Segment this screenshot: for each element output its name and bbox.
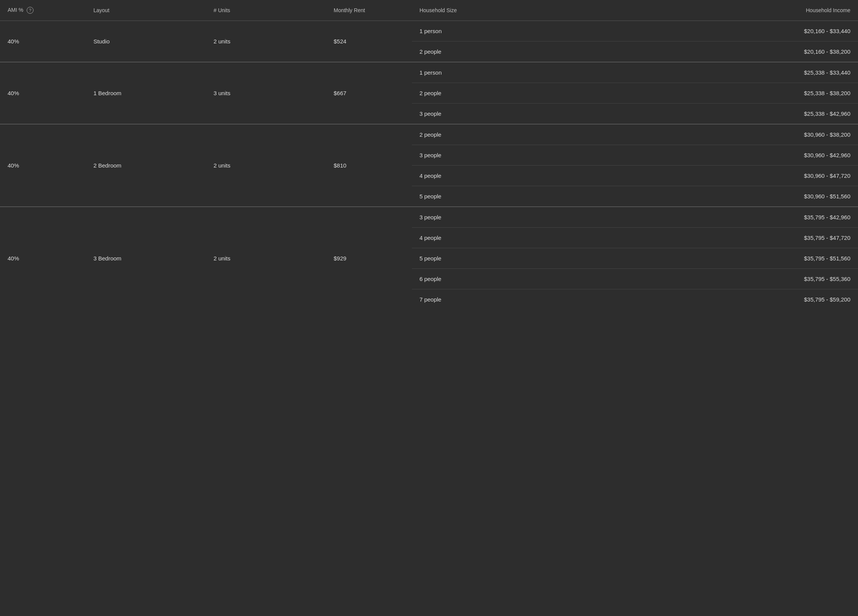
ami-cell: 40% [0,124,86,207]
col-header-rent: Monthly Rent [326,0,412,21]
rent-cell: $524 [326,21,412,62]
hh-income-cell: $35,795 - $42,960 [626,207,858,228]
hh-income-cell: $35,795 - $55,360 [626,269,858,289]
hh-income-cell: $35,795 - $47,720 [626,228,858,248]
table-row: 40%2 Bedroom2 units$8102 people$30,960 -… [0,124,858,145]
units-cell: 2 units [206,21,326,62]
table-container: AMI % ? Layout # Units Monthly Rent Hous… [0,0,858,310]
hh-income-cell: $25,338 - $42,960 [626,104,858,124]
layout-cell: Studio [86,21,206,62]
ami-cell: 40% [0,21,86,62]
col-header-ami: AMI % ? [0,0,86,21]
units-cell: 3 units [206,62,326,124]
ami-cell: 40% [0,207,86,310]
table-row: 40%3 Bedroom2 units$9293 people$35,795 -… [0,207,858,228]
hh-size-cell: 1 person [412,21,626,41]
hh-size-cell: 5 people [412,186,626,207]
hh-size-cell: 7 people [412,289,626,310]
table-row: 40%Studio2 units$5241 person$20,160 - $3… [0,21,858,41]
ami-header-label: AMI % [8,7,23,13]
hh-income-cell: $35,795 - $51,560 [626,248,858,269]
rent-cell: $810 [326,124,412,207]
hh-size-cell: 5 people [412,248,626,269]
hh-income-cell: $30,960 - $47,720 [626,166,858,186]
hh-income-cell: $35,795 - $59,200 [626,289,858,310]
ami-table: AMI % ? Layout # Units Monthly Rent Hous… [0,0,858,310]
hh-size-cell: 4 people [412,166,626,186]
layout-cell: 1 Bedroom [86,62,206,124]
hh-size-cell: 6 people [412,269,626,289]
units-cell: 2 units [206,124,326,207]
hh-income-cell: $30,960 - $42,960 [626,145,858,166]
hh-size-cell: 3 people [412,104,626,124]
hh-size-cell: 2 people [412,124,626,145]
table-row: 40%1 Bedroom3 units$6671 person$25,338 -… [0,62,858,83]
col-header-units: # Units [206,0,326,21]
layout-cell: 3 Bedroom [86,207,206,310]
col-header-layout: Layout [86,0,206,21]
hh-size-cell: 3 people [412,145,626,166]
hh-income-cell: $25,338 - $33,440 [626,62,858,83]
hh-income-cell: $25,338 - $38,200 [626,83,858,104]
table-header-row: AMI % ? Layout # Units Monthly Rent Hous… [0,0,858,21]
hh-income-cell: $20,160 - $38,200 [626,41,858,62]
col-header-hh-income: Household Income [626,0,858,21]
hh-income-cell: $30,960 - $51,560 [626,186,858,207]
hh-income-cell: $20,160 - $33,440 [626,21,858,41]
hh-size-cell: 4 people [412,228,626,248]
hh-size-cell: 2 people [412,41,626,62]
units-cell: 2 units [206,207,326,310]
rent-cell: $667 [326,62,412,124]
hh-size-cell: 2 people [412,83,626,104]
col-header-hh-size: Household Size [412,0,626,21]
rent-cell: $929 [326,207,412,310]
layout-cell: 2 Bedroom [86,124,206,207]
hh-size-cell: 1 person [412,62,626,83]
hh-size-cell: 3 people [412,207,626,228]
ami-cell: 40% [0,62,86,124]
hh-income-cell: $30,960 - $38,200 [626,124,858,145]
ami-help-icon[interactable]: ? [27,7,34,14]
